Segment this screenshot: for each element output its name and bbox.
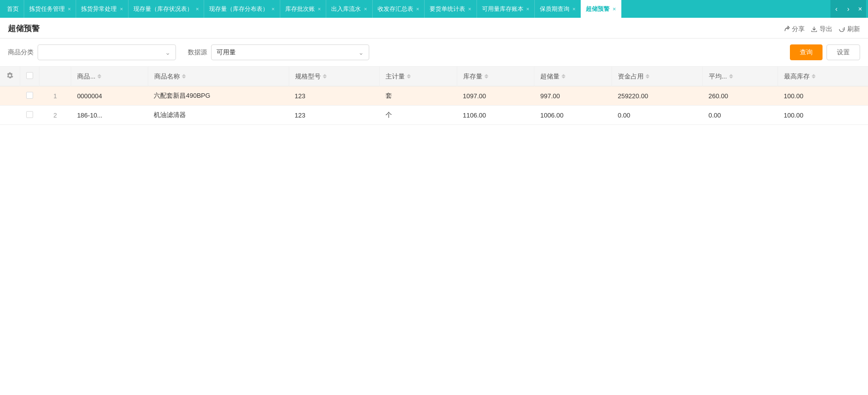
filter-area: 商品分类 ⌄ 数据源 可用量 ⌄ 查询 设置 bbox=[0, 39, 868, 67]
row-spec: 123 bbox=[289, 86, 380, 106]
category-dropdown-icon: ⌄ bbox=[165, 49, 171, 56]
th-product-code[interactable]: 商品... bbox=[71, 67, 148, 86]
sort-icon-spec bbox=[323, 74, 327, 79]
th-row-num bbox=[40, 67, 71, 86]
th-capital-occupy[interactable]: 资金占用 bbox=[612, 67, 703, 86]
nav-tab-11[interactable]: 超储预警× bbox=[581, 0, 621, 18]
nav-tab-0[interactable]: 首页 bbox=[2, 0, 24, 18]
tab-close-icon-8[interactable]: × bbox=[468, 6, 471, 12]
tab-close-icon-7[interactable]: × bbox=[416, 6, 419, 12]
row-unit: 套 bbox=[380, 86, 457, 106]
export-icon bbox=[811, 26, 818, 33]
nav-tab-10[interactable]: 保质期查询× bbox=[535, 0, 581, 18]
export-button[interactable]: 导出 bbox=[811, 25, 832, 34]
row-capital-occupy: 259220.00 bbox=[612, 86, 703, 106]
category-select[interactable]: ⌄ bbox=[38, 44, 176, 60]
nav-tab-3[interactable]: 现存量（库存状况表）× bbox=[129, 0, 204, 18]
nav-tab-6[interactable]: 出入库流水× bbox=[326, 0, 372, 18]
row-checkbox-cell bbox=[20, 86, 40, 106]
tab-close-icon-2[interactable]: × bbox=[120, 6, 123, 12]
th-spec[interactable]: 规格型号 bbox=[289, 67, 380, 86]
row-number: 1 bbox=[40, 86, 71, 106]
row-stock: 1106.00 bbox=[457, 106, 534, 125]
share-button[interactable]: 分享 bbox=[783, 25, 805, 34]
th-unit[interactable]: 主计量 bbox=[380, 67, 457, 86]
tab-close-icon-6[interactable]: × bbox=[364, 6, 367, 12]
row-number: 2 bbox=[40, 106, 71, 125]
settings-button[interactable]: 设置 bbox=[826, 44, 860, 60]
datasource-filter-group: 数据源 可用量 ⌄ bbox=[188, 44, 369, 60]
row-gear-cell bbox=[0, 86, 20, 106]
page-container: 超储预警 分享 导出 刷新 bbox=[0, 18, 868, 395]
tab-close-icon-10[interactable]: × bbox=[572, 6, 575, 12]
th-over-stock[interactable]: 超储量 bbox=[534, 67, 612, 86]
row-gear-cell bbox=[0, 106, 20, 125]
th-gear bbox=[0, 67, 20, 86]
nav-close-button[interactable]: × bbox=[854, 0, 866, 18]
nav-tab-2[interactable]: 拣货异常处理× bbox=[76, 0, 128, 18]
nav-next-button[interactable]: › bbox=[842, 0, 854, 18]
sort-icon-max-stock bbox=[812, 74, 816, 79]
sort-icon-product-name bbox=[182, 74, 186, 79]
table-header-row: 商品... 商品名称 bbox=[0, 67, 868, 86]
share-icon bbox=[783, 26, 790, 33]
row-checkbox[interactable] bbox=[26, 111, 33, 118]
th-avg-price[interactable]: 平均... bbox=[702, 67, 778, 86]
th-max-stock[interactable]: 最高库存 bbox=[778, 67, 868, 86]
th-product-name[interactable]: 商品名称 bbox=[148, 67, 289, 86]
row-product-code: 0000004 bbox=[71, 86, 148, 106]
select-all-checkbox[interactable] bbox=[26, 72, 33, 79]
filter-actions: 查询 设置 bbox=[790, 44, 860, 60]
datasource-dropdown-icon: ⌄ bbox=[358, 49, 364, 56]
tab-close-icon-5[interactable]: × bbox=[318, 6, 321, 12]
sort-icon-avg-price bbox=[729, 74, 733, 79]
row-checkbox[interactable] bbox=[26, 92, 33, 99]
table-container: 商品... 商品名称 bbox=[0, 67, 868, 125]
nav-prev-button[interactable]: ‹ bbox=[830, 0, 842, 18]
nav-arrows: ‹ › × bbox=[830, 0, 866, 18]
settings-icon[interactable] bbox=[6, 72, 14, 79]
datasource-label: 数据源 bbox=[188, 48, 207, 57]
top-navigation: 首页拣货任务管理×拣货异常处理×现存量（库存状况表）×现存量（库存分布表）×库存… bbox=[0, 0, 868, 18]
query-button[interactable]: 查询 bbox=[790, 44, 823, 60]
row-capital-occupy: 0.00 bbox=[612, 106, 703, 125]
th-stock[interactable]: 库存量 bbox=[457, 67, 534, 86]
nav-tab-1[interactable]: 拣货任务管理× bbox=[24, 0, 76, 18]
data-table: 商品... 商品名称 bbox=[0, 67, 868, 125]
row-over-stock: 1006.00 bbox=[534, 106, 612, 125]
sort-icon-product-code bbox=[97, 74, 101, 79]
tab-close-icon-3[interactable]: × bbox=[196, 6, 199, 12]
tab-close-icon-4[interactable]: × bbox=[271, 6, 274, 12]
nav-tab-4[interactable]: 现存量（库存分布表）× bbox=[204, 0, 280, 18]
row-checkbox-cell bbox=[20, 106, 40, 125]
sort-icon-stock bbox=[484, 74, 488, 79]
row-over-stock: 997.00 bbox=[534, 86, 612, 106]
refresh-button[interactable]: 刷新 bbox=[838, 25, 860, 34]
row-avg-price: 0.00 bbox=[702, 106, 778, 125]
row-product-name: 六配套新昌490BPG bbox=[148, 86, 289, 106]
row-product-code: 186-10... bbox=[71, 106, 148, 125]
row-spec: 123 bbox=[289, 106, 380, 125]
page-title: 超储预警 bbox=[8, 24, 40, 34]
tab-close-icon-1[interactable]: × bbox=[68, 6, 71, 12]
nav-tab-7[interactable]: 收发存汇总表× bbox=[373, 0, 425, 18]
datasource-select[interactable]: 可用量 ⌄ bbox=[211, 44, 369, 60]
table-row: 1 0000004 六配套新昌490BPG 123 套 1097.00 997.… bbox=[0, 86, 868, 106]
header-actions: 分享 导出 刷新 bbox=[783, 25, 860, 34]
category-filter-group: 商品分类 ⌄ bbox=[8, 44, 176, 60]
sort-icon-unit bbox=[407, 74, 411, 79]
sort-icon-over-stock bbox=[562, 74, 565, 79]
sort-icon-capital bbox=[646, 74, 650, 79]
row-stock: 1097.00 bbox=[457, 86, 534, 106]
nav-tab-8[interactable]: 要货单统计表× bbox=[425, 0, 477, 18]
nav-tab-9[interactable]: 可用量库存账本× bbox=[477, 0, 535, 18]
th-checkbox bbox=[20, 67, 40, 86]
row-max-stock: 100.00 bbox=[778, 86, 868, 106]
tab-close-icon-11[interactable]: × bbox=[612, 6, 615, 12]
refresh-icon bbox=[838, 26, 845, 33]
category-label: 商品分类 bbox=[8, 48, 34, 57]
page-header: 超储预警 分享 导出 刷新 bbox=[0, 18, 868, 39]
nav-tab-5[interactable]: 库存批次账× bbox=[280, 0, 326, 18]
row-max-stock: 100.00 bbox=[778, 106, 868, 125]
tab-close-icon-9[interactable]: × bbox=[526, 6, 529, 12]
